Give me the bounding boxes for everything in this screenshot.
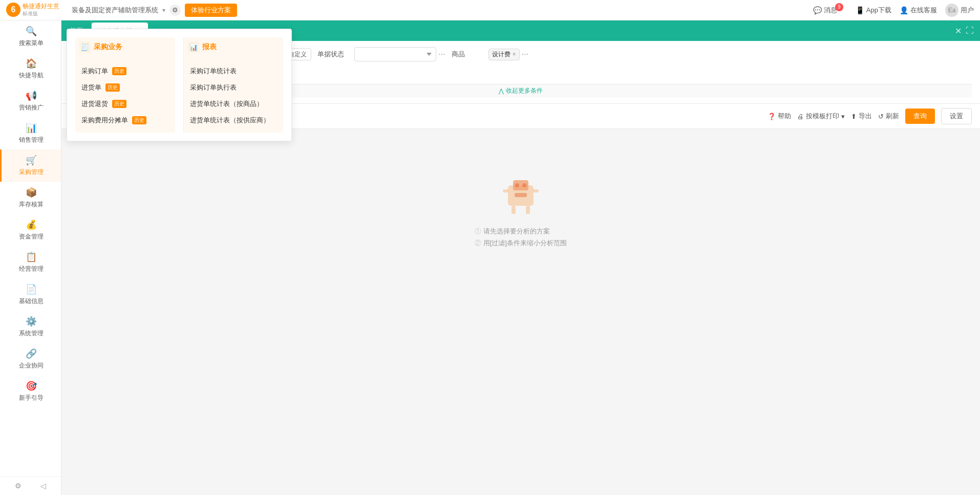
svg-rect-8 — [526, 206, 530, 214]
refresh-btn[interactable]: ↺ 刷新 — [878, 112, 899, 121]
sidebar-settings-btn[interactable]: ⚙ — [15, 482, 22, 490]
mobile-icon: 📱 — [856, 6, 864, 14]
finance-icon: 💰 — [26, 219, 37, 230]
goods-tag-close[interactable]: × — [513, 51, 516, 58]
sidebar-label-system: 系统管理 — [19, 329, 44, 338]
help-btn[interactable]: ❓ 帮助 — [768, 112, 791, 121]
logo-text: 畅捷通好生意 — [23, 3, 59, 10]
guide-icon: 🎯 — [26, 380, 37, 392]
purchase-order-stat-label: 采购订单统计表 — [190, 67, 237, 76]
menu-item-goods-receipt[interactable]: 进货单 历史 — [79, 79, 171, 96]
menu-item-purchase-expense[interactable]: 采购费用分摊单 历史 — [79, 112, 171, 128]
query-btn[interactable]: 查询 — [905, 109, 935, 124]
sidebar-item-basic-info[interactable]: 📄 基础信息 — [0, 278, 61, 311]
purchase-icon: 🛒 — [26, 155, 37, 166]
refresh-label: 刷新 — [886, 112, 899, 121]
system-icon: ⚙️ — [26, 316, 37, 327]
svg-point-3 — [522, 183, 526, 187]
sidebar-item-finance[interactable]: 💰 资金管理 — [0, 214, 61, 246]
sidebar-item-marketing[interactable]: 📢 营销推广 — [0, 85, 61, 117]
sidebar-label-basic-info: 基础信息 — [19, 297, 44, 306]
refresh-icon: ↺ — [878, 113, 884, 120]
purchase-section-label: 采购业务 — [94, 42, 122, 52]
help-label: 帮助 — [778, 112, 791, 121]
sidebar-label-finance: 资金管理 — [19, 232, 44, 241]
basic-info-icon: 📄 — [26, 284, 37, 295]
menu-item-receipt-by-supplier[interactable]: 进货单统计表（按供应商） — [188, 112, 280, 128]
empty-tip-2: 用[过滤]条件来缩小分析范围 — [475, 237, 567, 249]
sidebar-label-search: 搜索菜单 — [19, 39, 44, 48]
message-badge: 9 — [835, 3, 843, 11]
sidebar-item-enterprise[interactable]: 🔗 企业协同 — [0, 343, 61, 375]
menu-item-purchase-order-stat[interactable]: 采购订单统计表 — [188, 63, 280, 79]
stock-icon: 📦 — [26, 187, 37, 198]
logo-icon: 6 — [6, 3, 20, 17]
menu-item-receipt-by-goods[interactable]: 进货单统计表（按商品） — [188, 96, 280, 112]
system-title-area: 装备及固定资产辅助管理系统 ▾ ⚙ 体验行业方案 — [72, 4, 809, 17]
sidebar-item-purchase[interactable]: 🛒 采购管理 — [0, 149, 61, 182]
goods-dots[interactable]: ··· — [522, 50, 528, 59]
system-title: 装备及固定资产辅助管理系统 — [72, 6, 158, 15]
svg-rect-4 — [515, 193, 527, 197]
online-service-label: 在线客服 — [910, 6, 937, 15]
message-item[interactable]: 💬 消息 9 — [813, 6, 847, 15]
enterprise-icon: 🔗 — [26, 348, 37, 359]
export-label: 导出 — [859, 112, 872, 121]
empty-tip-1: 请先选择要分析的方案 — [475, 225, 567, 237]
user-label: 用户 — [961, 6, 974, 15]
doc-status-dots[interactable]: ··· — [438, 50, 445, 59]
app-download-item[interactable]: 📱 App下载 — [856, 6, 891, 15]
top-header: 6 畅捷通好生意 标准版 装备及固定资产辅助管理系统 ▾ ⚙ 体验行业方案 💬 … — [0, 0, 980, 20]
sidebar: 🔍 搜索菜单 🏠 快捷导航 📢 营销推广 📊 销售管理 🛒 采购管理 📦 库存核… — [0, 20, 61, 495]
marketing-icon: 📢 — [26, 90, 37, 101]
export-btn[interactable]: ⬆ 导出 — [851, 112, 872, 121]
print-dropdown-icon: ▾ — [841, 113, 845, 120]
doc-status-label: 单据状态 — [317, 50, 348, 59]
sidebar-label-enterprise: 企业协同 — [19, 361, 44, 370]
sidebar-item-quick-nav[interactable]: 🏠 快捷导航 — [0, 53, 61, 85]
svg-rect-7 — [512, 206, 516, 214]
header-right: 💬 消息 9 📱 App下载 👤 在线客服 Ea 用户 — [813, 4, 974, 17]
industry-btn[interactable]: 体验行业方案 — [185, 4, 237, 17]
report-column: 📊 报表 采购订单统计表 采购订单执行表 进货单统计表（按商品） 进货单统计表（… — [183, 37, 284, 133]
sidebar-item-operations[interactable]: 📋 经营管理 — [0, 246, 61, 278]
sidebar-label-sales: 销售管理 — [19, 136, 44, 144]
svg-rect-5 — [503, 189, 509, 192]
menu-item-purchase-order[interactable]: 采购订单 历史 — [79, 63, 171, 79]
message-icon: 💬 — [813, 6, 822, 14]
purchase-dropdown-menu: 🧾 采购业务 采购订单 历史 进货单 历史 进货退货 历史 采购费用分摊单 历史… — [67, 29, 292, 141]
sidebar-collapse-btn[interactable]: ◁ — [40, 482, 46, 490]
sidebar-item-search[interactable]: 🔍 搜索菜单 — [0, 20, 61, 53]
sidebar-item-stock[interactable]: 📦 库存核算 — [0, 182, 61, 214]
system-dropdown-btn[interactable]: ▾ — [162, 7, 165, 14]
goods-selector: 设计费 × ··· — [488, 49, 528, 60]
sidebar-item-sales[interactable]: 📊 销售管理 — [0, 117, 61, 149]
menu-item-goods-return[interactable]: 进货退货 历史 — [79, 96, 171, 112]
sidebar-item-guide[interactable]: 🎯 新手引导 — [0, 375, 61, 407]
svg-rect-6 — [532, 189, 539, 192]
settings-btn[interactable]: 设置 — [941, 108, 972, 124]
print-label: 按模板打印 — [806, 112, 839, 121]
purchase-section-icon: 🧾 — [79, 41, 91, 53]
empty-state: 请先选择要分析的方案 用[过滤]条件来缩小分析范围 — [61, 129, 980, 290]
search-icon: 🔍 — [26, 26, 37, 37]
operations-icon: 📋 — [26, 251, 37, 263]
app-download-label: App下载 — [866, 6, 891, 15]
online-service-item[interactable]: 👤 在线客服 — [900, 6, 937, 15]
menu-item-purchase-order-exec[interactable]: 采购订单执行表 — [188, 79, 280, 96]
goods-return-badge: 历史 — [112, 100, 126, 108]
report-section-icon: 📊 — [188, 41, 199, 53]
tab-expand-btn[interactable]: ⛶ — [966, 26, 974, 35]
purchase-section-title: 🧾 采购业务 — [79, 41, 171, 57]
print-btn[interactable]: 🖨 按模板打印 ▾ — [797, 112, 845, 121]
header-gear-icon[interactable]: ⚙ — [169, 5, 181, 16]
tab-close-all-btn[interactable]: ✕ — [955, 26, 962, 36]
user-item[interactable]: Ea 用户 — [945, 4, 974, 17]
purchase-order-exec-label: 采购订单执行表 — [190, 83, 237, 92]
goods-return-label: 进货退货 — [81, 99, 108, 109]
doc-status-select[interactable] — [354, 47, 436, 61]
sidebar-item-system[interactable]: ⚙️ 系统管理 — [0, 311, 61, 343]
report-section-title: 📊 报表 — [188, 41, 280, 57]
goods-tag-label: 设计费 — [492, 50, 510, 59]
sidebar-label-operations: 经营管理 — [19, 265, 44, 273]
